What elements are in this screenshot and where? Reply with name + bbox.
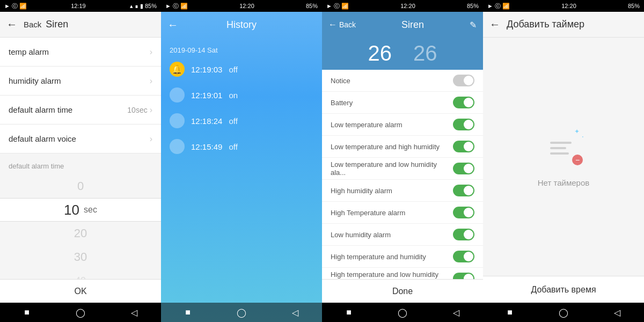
picker-item-10[interactable]: 10 sec bbox=[0, 198, 161, 222]
chevron-icon-time: › bbox=[150, 105, 152, 115]
nav-back-1[interactable]: ■ bbox=[19, 305, 34, 320]
picker-selected-value: 10 bbox=[64, 202, 79, 218]
history-item-1[interactable]: 12:19:01 on bbox=[161, 82, 322, 108]
toggle-battery-switch[interactable] bbox=[453, 97, 474, 108]
toggle-notice[interactable]: Notice bbox=[322, 70, 483, 92]
nav-recent-2[interactable]: ◁ bbox=[288, 305, 303, 320]
toggle-low-temp-label: Low temperature alarm bbox=[331, 121, 402, 129]
status-icons-right-2: 85% bbox=[306, 3, 318, 9]
picker-wheel[interactable]: 0 10 sec 20 30 40 bbox=[0, 174, 161, 279]
date-num-left[interactable]: 26 bbox=[368, 41, 392, 65]
status-icons-left-4: ► ⓒ 📶 bbox=[487, 2, 510, 10]
bell-icon-0: 🔔 bbox=[170, 62, 185, 77]
chevron-icon-humidity: › bbox=[150, 76, 152, 86]
status-time-1: 12:19 bbox=[71, 3, 86, 9]
title-history: History bbox=[185, 19, 298, 31]
status-bar-3: ► ⓒ 📶 12:20 85% bbox=[322, 0, 483, 12]
toggle-low-temp-high-humidity-label: Low temperature and high humidity bbox=[331, 143, 440, 151]
toggle-low-temp[interactable]: Low temperature alarm bbox=[322, 114, 483, 136]
nav-back-3[interactable]: ■ bbox=[341, 305, 356, 320]
default-alarm-time-label: default alarm time bbox=[9, 105, 72, 114]
status-bar-4: ► ⓒ 📶 12:20 85% bbox=[483, 0, 644, 12]
nav-home-4[interactable]: ◯ bbox=[556, 305, 571, 320]
picker-item-20[interactable]: 20 bbox=[0, 222, 161, 245]
picker-item-40[interactable]: 40 bbox=[0, 269, 161, 279]
history-time-2: 12:18:24 bbox=[191, 116, 222, 126]
nav-bar-2: ■ ◯ ◁ bbox=[161, 303, 322, 322]
toggle-high-temp[interactable]: High Temperature alarm bbox=[322, 202, 483, 224]
toggle-high-temp-switch[interactable] bbox=[453, 207, 474, 218]
toggle-high-temp-low-humidity[interactable]: High temperature and low humidity ala... bbox=[322, 268, 483, 279]
nav-home-2[interactable]: ◯ bbox=[234, 305, 249, 320]
default-alarm-time-right: 10sec › bbox=[127, 105, 152, 115]
back-icon-history[interactable]: ← bbox=[167, 19, 178, 31]
date-num-right[interactable]: 26 bbox=[413, 41, 437, 65]
add-time-button[interactable]: Добавить время bbox=[483, 276, 644, 303]
temp-alarm-label: temp alarm bbox=[9, 47, 49, 56]
history-status-0: off bbox=[229, 65, 237, 74]
done-button[interactable]: Done bbox=[322, 279, 483, 303]
history-time-0: 12:19:03 bbox=[191, 65, 222, 74]
date-selector: 26 26 bbox=[322, 38, 483, 70]
toggle-notice-switch[interactable] bbox=[453, 75, 474, 86]
nav-home-1[interactable]: ◯ bbox=[73, 305, 88, 320]
sparkle-icon-2: ⋅ bbox=[582, 133, 584, 141]
back-button-siren[interactable]: ← Back bbox=[328, 20, 356, 30]
nav-recent-4[interactable]: ◁ bbox=[610, 305, 625, 320]
history-item-2[interactable]: 12:18:24 off bbox=[161, 108, 322, 134]
chevron-icon-voice: › bbox=[150, 134, 152, 144]
nav-back-4[interactable]: ■ bbox=[502, 305, 517, 320]
nav-bar-3: ■ ◯ ◁ bbox=[322, 303, 483, 322]
toggle-low-temp-high-humidity[interactable]: Low temperature and high humidity bbox=[322, 136, 483, 158]
picker-item-0[interactable]: 0 bbox=[0, 174, 161, 198]
nav-back-2[interactable]: ■ bbox=[180, 305, 195, 320]
toggle-low-temp-switch[interactable] bbox=[453, 119, 474, 130]
toggle-battery-label: Battery bbox=[331, 99, 353, 107]
nav-recent-3[interactable]: ◁ bbox=[449, 305, 464, 320]
ok-button[interactable]: OK bbox=[0, 279, 161, 303]
history-content: 2019-09-14 Sat 🔔 12:19:03 off 12:19:01 o… bbox=[161, 38, 322, 303]
status-time-4: 12:20 bbox=[561, 3, 576, 9]
panel-siren-settings: ► ⓒ 📶 12:20 85% ← Back Siren ✎ 26 26 Not… bbox=[322, 0, 483, 322]
nav-recent-1[interactable]: ◁ bbox=[127, 305, 142, 320]
toggle-high-temp-low-humidity-label: High temperature and low humidity ala... bbox=[331, 270, 453, 279]
humidity-alarm-label: humidity alarm bbox=[9, 76, 61, 85]
chevron-icon-temp: › bbox=[150, 47, 152, 57]
picker-item-30[interactable]: 30 bbox=[0, 245, 161, 269]
history-item-3[interactable]: 12:15:49 off bbox=[161, 134, 322, 159]
empty-line-1 bbox=[550, 142, 572, 144]
back-icon-timer[interactable]: ← bbox=[489, 18, 500, 31]
toggle-battery[interactable]: Battery bbox=[322, 92, 483, 114]
status-time-2: 12:20 bbox=[239, 3, 254, 9]
history-item-0[interactable]: 🔔 12:19:03 off bbox=[161, 56, 322, 82]
toggle-low-temp-low-humidity[interactable]: Low temperature and low humidity ala... bbox=[322, 158, 483, 180]
title-siren-1: Siren bbox=[46, 19, 68, 30]
toggle-high-temp-low-humidity-switch[interactable] bbox=[453, 273, 474, 279]
history-status-2: off bbox=[229, 116, 237, 126]
toggle-low-humidity[interactable]: Low humidity alarm bbox=[322, 224, 483, 246]
back-label-1[interactable]: Back bbox=[24, 20, 41, 29]
empty-text: Нет таймеров bbox=[538, 178, 589, 187]
toggle-high-temp-humidity-label: High temperature and humidity bbox=[331, 253, 426, 261]
panel-add-timer: ► ⓒ 📶 12:20 85% ← Добавить таймер − ✦ ⋅ … bbox=[483, 0, 644, 322]
picker-unit: sec bbox=[84, 205, 97, 215]
menu-default-alarm-voice[interactable]: default alarm voice › bbox=[0, 125, 161, 153]
default-alarm-time-value: 10sec bbox=[127, 106, 147, 114]
menu-humidity-alarm[interactable]: humidity alarm › bbox=[0, 67, 161, 96]
toggle-high-temp-humidity[interactable]: High temperature and humidity bbox=[322, 246, 483, 268]
toggle-high-temp-humidity-switch[interactable] bbox=[453, 251, 474, 262]
toggle-high-humidity-switch[interactable] bbox=[453, 185, 474, 196]
edit-icon[interactable]: ✎ bbox=[470, 20, 477, 30]
toggle-low-temp-low-humidity-switch[interactable] bbox=[453, 163, 474, 174]
toggle-high-temp-label: High Temperature alarm bbox=[331, 209, 405, 217]
status-icons-right-3: 85% bbox=[467, 3, 479, 9]
toggle-low-temp-high-humidity-switch[interactable] bbox=[453, 141, 474, 152]
toggle-low-humidity-switch[interactable] bbox=[453, 229, 474, 240]
nav-home-3[interactable]: ◯ bbox=[395, 305, 410, 320]
app-bar-siren-settings: ← Back Siren ✎ bbox=[322, 12, 483, 38]
siren-content: temp alarm › humidity alarm › default al… bbox=[0, 38, 161, 279]
toggle-high-humidity[interactable]: High humidity alarm bbox=[322, 180, 483, 202]
menu-temp-alarm[interactable]: temp alarm › bbox=[0, 38, 161, 67]
back-icon-1[interactable]: ← bbox=[6, 18, 17, 31]
menu-default-alarm-time[interactable]: default alarm time 10sec › bbox=[0, 96, 161, 125]
